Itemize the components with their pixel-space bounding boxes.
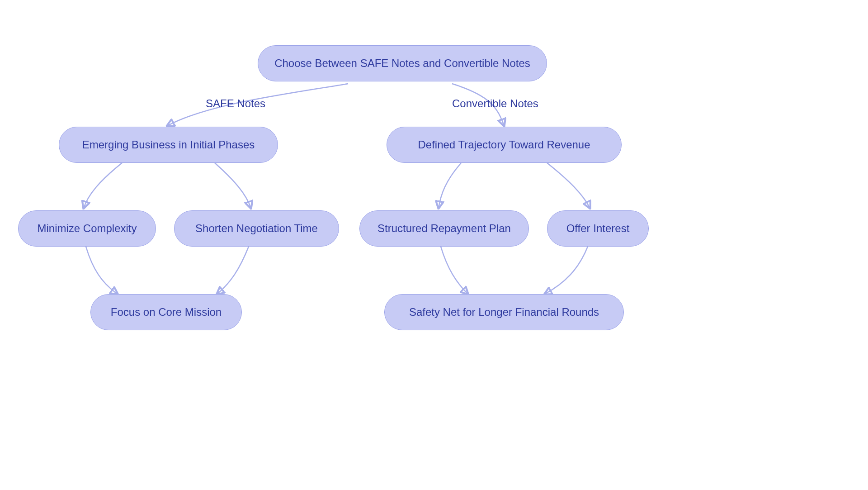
edge-safe-r — [215, 163, 251, 208]
node-safe-l: Minimize Complexity — [18, 210, 156, 247]
edge-safe-l-end — [86, 247, 118, 294]
node-safe-mid: Emerging Business in Initial Phases — [59, 127, 278, 163]
node-safe-mid-label: Emerging Business in Initial Phases — [82, 138, 255, 152]
node-safe-r-label: Shorten Negotiation Time — [195, 221, 318, 235]
edge-label-safe: SAFE Notes — [206, 97, 265, 110]
edge-conv-r-end — [545, 247, 588, 294]
edge-conv-l-end — [441, 247, 468, 294]
node-conv-end: Safety Net for Longer Financial Rounds — [384, 294, 624, 330]
node-safe-l-label: Minimize Complexity — [37, 221, 137, 235]
node-conv-r: Offer Interest — [547, 210, 649, 247]
node-root-label: Choose Between SAFE Notes and Convertibl… — [274, 56, 530, 70]
node-safe-end: Focus on Core Mission — [90, 294, 242, 330]
node-conv-l: Structured Repayment Plan — [359, 210, 529, 247]
node-safe-r: Shorten Negotiation Time — [174, 210, 339, 247]
edge-safe-l — [84, 163, 122, 208]
node-conv-mid-label: Defined Trajectory Toward Revenue — [418, 138, 590, 152]
edge-safe-r-end — [217, 247, 249, 294]
edge-label-conv: Convertible Notes — [452, 97, 538, 110]
node-root: Choose Between SAFE Notes and Convertibl… — [258, 45, 547, 81]
node-conv-end-label: Safety Net for Longer Financial Rounds — [409, 305, 599, 319]
node-conv-r-label: Offer Interest — [566, 221, 630, 235]
edge-conv-l — [439, 163, 461, 208]
node-conv-l-label: Structured Repayment Plan — [377, 221, 511, 235]
node-conv-mid: Defined Trajectory Toward Revenue — [387, 127, 622, 163]
edge-conv-r — [547, 163, 590, 208]
node-safe-end-label: Focus on Core Mission — [111, 305, 222, 319]
